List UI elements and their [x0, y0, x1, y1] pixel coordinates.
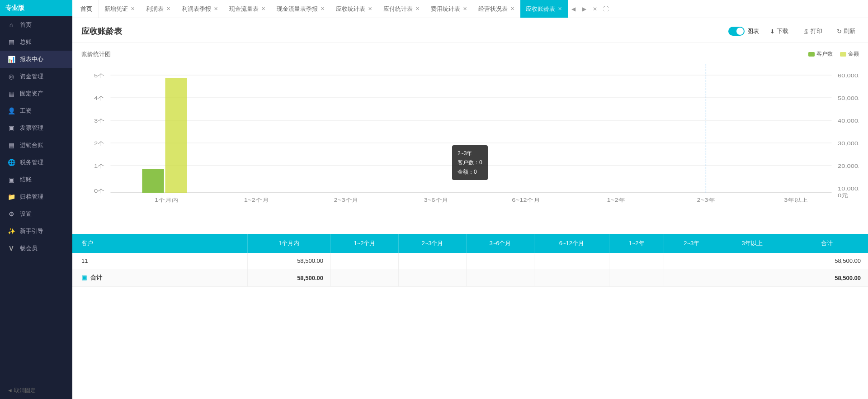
total-month1: 58,500.00	[247, 269, 330, 287]
tab-nav-next[interactable]: ▶	[579, 0, 590, 18]
tab-business-status[interactable]: 经营状况表 ✕	[473, 0, 520, 18]
guide-icon: ✨	[7, 228, 15, 235]
sidebar-item-report-center[interactable]: 📊 报表中心	[0, 51, 72, 68]
sidebar-item-label: 新手引导	[20, 227, 43, 235]
cell-month36	[466, 253, 534, 269]
purchase-sales-icon: ▤	[7, 142, 15, 149]
tab-expand[interactable]: ⛶	[600, 0, 611, 18]
tab-new-voucher[interactable]: 新增凭证 ✕	[99, 0, 141, 18]
col-year12: 1~2年	[609, 234, 664, 253]
legend-customer-count: 客户数	[808, 50, 833, 58]
unpin-label: ◄ 取消固定	[7, 387, 36, 394]
sidebar-item-label: 工资	[20, 107, 32, 115]
home-icon: ⌂	[7, 21, 15, 28]
col-year3plus: 3年以上	[719, 234, 785, 253]
tab-close-icon[interactable]: ✕	[261, 6, 265, 12]
total-month36	[466, 269, 534, 287]
download-button[interactable]: ⬇ 下载	[766, 25, 792, 37]
svg-text:3年以上: 3年以上	[784, 197, 807, 203]
sidebar-item-label: 首页	[20, 21, 32, 29]
main-content: 首页 新增凭证 ✕ 利润表 ✕ 利润表季报 ✕ 现金流量表 ✕ 现金流量表季报 …	[72, 0, 868, 399]
tab-cash-flow-quarterly[interactable]: 现金流量表季报 ✕	[271, 0, 330, 18]
legend-label-count: 客户数	[816, 50, 833, 58]
tab-close-icon[interactable]: ✕	[558, 6, 562, 12]
svg-text:30,000.00元: 30,000.00元	[838, 141, 859, 147]
tab-close-icon[interactable]: ✕	[131, 6, 135, 12]
sidebar-item-fund-mgmt[interactable]: ◎ 资金管理	[0, 68, 72, 85]
tab-close-icon[interactable]: ✕	[214, 6, 218, 12]
page-header: 应收账龄表 图表 ⬇ 下载 🖨 打印 ↻ 刷新	[72, 18, 868, 43]
unpin-sidebar-button[interactable]: ◄ 取消固定	[0, 382, 72, 399]
tab-expense-stats[interactable]: 费用统计表 ✕	[425, 0, 473, 18]
sidebar-item-label: 畅会员	[20, 244, 38, 252]
svg-text:3个: 3个	[94, 118, 104, 124]
chart-area: 账龄统计图 客户数 金额 5个 4个 3个 2个	[72, 43, 868, 234]
legend-color-green	[808, 52, 815, 57]
member-icon: V	[7, 245, 15, 252]
sidebar-item-home[interactable]: ⌂ 首页	[0, 16, 72, 33]
print-icon: 🖨	[803, 28, 809, 35]
total-icon: ▣	[81, 274, 87, 281]
tab-nav-prev[interactable]: ◀	[568, 0, 579, 18]
tab-close-icon[interactable]: ✕	[368, 6, 372, 12]
tab-close-all[interactable]: ✕	[590, 0, 600, 18]
svg-text:50,000.00元: 50,000.00元	[838, 95, 859, 101]
chart-svg-wrapper: 5个 4个 3个 2个 1个 0个 60,000.00元 50,000.00元 …	[81, 64, 859, 227]
sidebar-item-fixed-assets[interactable]: ▦ 固定资产	[0, 85, 72, 102]
tab-ar-stats[interactable]: 应收统计表 ✕	[330, 0, 378, 18]
chart-title: 账龄统计图	[81, 50, 859, 58]
svg-text:60,000.00元: 60,000.00元	[838, 73, 859, 79]
header-actions: 图表 ⬇ 下载 🖨 打印 ↻ 刷新	[728, 25, 859, 37]
sidebar-item-beginner-guide[interactable]: ✨ 新手引导	[0, 223, 72, 240]
refresh-button[interactable]: ↻ 刷新	[833, 25, 859, 37]
sidebar-item-closing[interactable]: ▣ 结账	[0, 171, 72, 188]
tab-ap-stats[interactable]: 应付统计表 ✕	[378, 0, 425, 18]
sidebar-item-archive-mgmt[interactable]: 📁 归档管理	[0, 188, 72, 205]
col-total: 合计	[785, 234, 868, 253]
svg-text:0个: 0个	[94, 188, 104, 194]
sidebar-item-tax-mgmt[interactable]: 🌐 税务管理	[0, 154, 72, 171]
tab-profit[interactable]: 利润表 ✕	[141, 0, 176, 18]
sidebar-item-settings[interactable]: ⚙ 设置	[0, 205, 72, 223]
legend-label-amount: 金额	[848, 50, 859, 58]
download-label: 下载	[777, 27, 788, 35]
tab-close-icon[interactable]: ✕	[166, 6, 170, 12]
print-button[interactable]: 🖨 打印	[799, 25, 826, 37]
tab-ar-aging[interactable]: 应收账龄表 ✕	[520, 0, 568, 18]
tab-close-icon[interactable]: ✕	[463, 6, 467, 12]
tab-close-icon[interactable]: ✕	[415, 6, 420, 12]
sidebar-item-purchase-sales[interactable]: ▤ 进销台账	[0, 137, 72, 154]
table-total-row: ▣ 合计 58,500.00 58,500.00	[72, 269, 868, 287]
sidebar-item-payroll[interactable]: 👤 工资	[0, 102, 72, 119]
legend-color-light	[840, 52, 846, 57]
closing-icon: ▣	[7, 176, 15, 183]
tab-profit-quarterly[interactable]: 利润表季报 ✕	[176, 0, 224, 18]
cell-month12	[330, 253, 398, 269]
tab-home[interactable]: 首页	[74, 0, 99, 18]
cell-month1: 58,500.00	[247, 253, 330, 269]
total-year12	[609, 269, 664, 287]
col-customer: 客户	[72, 234, 247, 253]
table-header-row: 客户 1个月内 1~2个月 2~3个月 3~6个月 6~12个月 1~2年 2~…	[72, 234, 868, 253]
sidebar-item-invoice-mgmt[interactable]: ▣ 发票管理	[0, 119, 72, 137]
tab-bar: 首页 新增凭证 ✕ 利润表 ✕ 利润表季报 ✕ 现金流量表 ✕ 现金流量表季报 …	[72, 0, 868, 18]
chart-toggle[interactable]: 图表	[728, 27, 759, 36]
download-icon: ⬇	[770, 28, 775, 35]
sidebar-item-label: 结账	[20, 176, 32, 184]
sidebar-item-label: 税务管理	[20, 158, 43, 166]
cell-year23	[664, 253, 719, 269]
payroll-icon: 👤	[7, 107, 15, 114]
tab-close-icon[interactable]: ✕	[510, 6, 514, 12]
tab-cash-flow[interactable]: 现金流量表 ✕	[224, 0, 271, 18]
table-wrapper: 客户 1个月内 1~2个月 2~3个月 3~6个月 6~12个月 1~2年 2~…	[72, 234, 868, 399]
svg-text:5个: 5个	[94, 73, 104, 79]
col-month12: 1~2个月	[330, 234, 398, 253]
sidebar-item-member[interactable]: V 畅会员	[0, 240, 72, 257]
report-icon: 📊	[7, 56, 15, 63]
svg-text:1个月内: 1个月内	[155, 197, 178, 203]
svg-text:3~6个月: 3~6个月	[424, 197, 448, 203]
tab-close-icon[interactable]: ✕	[321, 6, 325, 12]
col-month1: 1个月内	[247, 234, 330, 253]
svg-text:2个: 2个	[94, 141, 104, 147]
sidebar-item-ledger[interactable]: ▤ 总账	[0, 33, 72, 51]
